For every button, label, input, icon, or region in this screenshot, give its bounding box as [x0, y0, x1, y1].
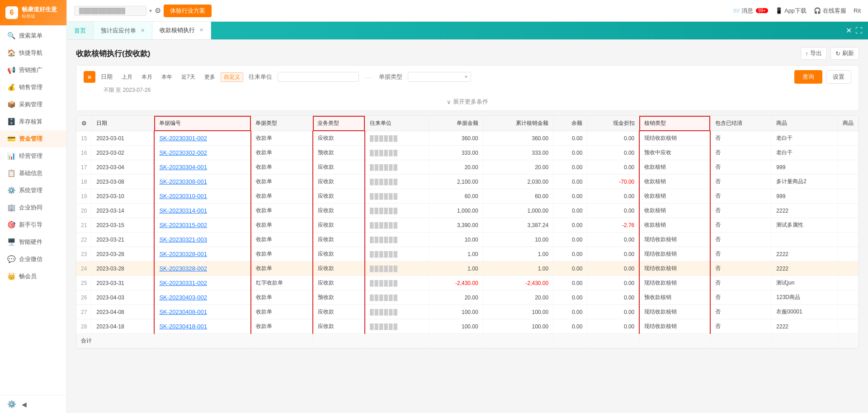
docno-link[interactable]: SK-20230308-001 — [159, 178, 207, 185]
cell-balance: 0.00 — [553, 305, 587, 319]
tab-pending-close[interactable]: ✕ — [141, 28, 145, 33]
cell-biztype: 应收款 — [313, 189, 365, 204]
col-settings-icon: ⚙ — [81, 120, 87, 127]
docno-link[interactable]: SK-20230314-001 — [159, 207, 207, 214]
message-btn[interactable]: 📨 消息 99+ — [732, 7, 768, 15]
docno-link[interactable]: SK-20230302-002 — [159, 149, 207, 156]
sidebar-item-marketing[interactable]: 📢 营销推广 — [0, 62, 66, 79]
tab-collection-close[interactable]: ✕ — [199, 27, 203, 33]
date-btn-custom[interactable]: 自定义 — [221, 72, 243, 82]
th-docno: 单据编号 — [154, 116, 250, 131]
cell-verifytype: 现结收款核销 — [639, 305, 710, 319]
online-service-label: 在线客服 — [823, 7, 846, 15]
sidebar-item-nav[interactable]: 🏠 快捷导航 — [0, 44, 66, 62]
cell-cashdisc: 0.00 — [587, 261, 639, 276]
sidebar-item-finance-label: 资金管理 — [19, 135, 42, 143]
sidebar-item-wechat[interactable]: 💬 企业微信 — [0, 251, 66, 268]
table-row[interactable]: 19 2023-03-10 SK-20230310-001 收款单 应收款 ██… — [76, 189, 859, 204]
cell-num: 25 — [76, 276, 92, 290]
cell-amount: 20.00 — [429, 290, 483, 305]
app-download-btn[interactable]: 📱 App下载 — [775, 7, 807, 15]
query-button[interactable]: 查询 — [794, 70, 822, 84]
footer-partner — [365, 334, 429, 348]
date-btn-7days[interactable]: 近7天 — [178, 72, 199, 82]
table-row[interactable]: 25 2023-03-31 SK-20230331-002 红字收款单 应收款 … — [76, 276, 859, 290]
table-row[interactable]: 18 2023-03-08 SK-20230308-001 收款单 应收款 ██… — [76, 175, 859, 189]
table-row[interactable]: 15 2023-03-01 SK-20230301-002 收款单 应收款 ██… — [76, 131, 859, 146]
sidebar-item-system[interactable]: ⚙️ 系统管理 — [0, 182, 66, 199]
expand-more-btn[interactable]: ∨ 展开更多条件 — [84, 98, 851, 106]
cell-verifytype: 收款核销 — [639, 204, 710, 218]
solution-button[interactable]: 体验行业方案 — [164, 5, 212, 17]
sidebar-item-sales[interactable]: 💰 销售管理 — [0, 79, 66, 96]
table-row[interactable]: 22 2023-03-21 SK-20230321-003 收款单 应收款 ██… — [76, 233, 859, 247]
docno-link[interactable]: SK-20230310-001 — [159, 193, 207, 199]
cell-docno: SK-20230408-001 — [154, 305, 250, 319]
tab-home[interactable]: 首页 — [67, 22, 94, 39]
sidebar-item-wechat-label: 企业微信 — [19, 255, 42, 263]
cell-cumulative: 1.00 — [483, 247, 553, 261]
docno-link[interactable]: SK-20230315-002 — [159, 222, 207, 228]
docno-link[interactable]: SK-20230408-001 — [159, 309, 207, 315]
docno-link[interactable]: SK-20230304-001 — [159, 164, 207, 171]
cell-num: 22 — [76, 233, 92, 247]
filter-toggle-btn[interactable]: » — [84, 71, 95, 83]
table-row[interactable]: 27 2023-04-08 SK-20230408-001 收款单 应收款 ██… — [76, 305, 859, 319]
table-row[interactable]: 23 2023-03-28 SK-20230328-001 收款单 应收款 ██… — [76, 247, 859, 261]
sidebar-item-purchase[interactable]: 📦 采购管理 — [0, 96, 66, 113]
date-btn-this-month[interactable]: 本月 — [138, 72, 156, 82]
date-btn-more[interactable]: 更多 — [201, 72, 219, 82]
tab-close-all-icon[interactable]: ✕ — [846, 26, 852, 35]
cell-settled: 否 — [710, 319, 771, 334]
topbar-gear-icon[interactable]: ⚙ — [155, 6, 161, 15]
docno-link[interactable]: SK-20230328-001 — [159, 251, 207, 257]
th-settings[interactable]: ⚙ — [76, 116, 92, 131]
refresh-button[interactable]: ↻ 刷新 — [830, 47, 859, 60]
tabbar-actions: ✕ ⛶ — [840, 22, 868, 39]
sidebar-item-corp[interactable]: 🏢 企业协同 — [0, 199, 66, 216]
table-row[interactable]: 20 2023-03-14 SK-20230314-001 收款单 应收款 ██… — [76, 204, 859, 218]
table-row[interactable]: 26 2023-04-03 SK-20230403-002 收款单 预收款 ██… — [76, 290, 859, 305]
docno-link[interactable]: SK-20230403-002 — [159, 294, 207, 301]
table-row[interactable]: 28 2023-04-18 SK-20230418-001 收款单 应收款 ██… — [76, 319, 859, 334]
sidebar-item-member[interactable]: 👑 畅会员 — [0, 268, 66, 285]
cell-num: 23 — [76, 247, 92, 261]
table-row[interactable]: 24 2023-03-28 SK-20230328-002 收款单 应收款 ██… — [76, 261, 859, 276]
table-row[interactable]: 16 2023-03-02 SK-20230302-002 收款单 预收款 ██… — [76, 146, 859, 160]
sidebar-item-guide[interactable]: 🎯 新手引导 — [0, 216, 66, 233]
cell-partner: ██████ — [365, 290, 429, 305]
user-info[interactable]: Rit — [854, 7, 861, 14]
sidebar-item-corp-label: 企业协同 — [19, 204, 42, 212]
date-btn-this-year[interactable]: 本年 — [158, 72, 176, 82]
tab-expand-icon[interactable]: ⛶ — [855, 27, 863, 35]
date-btn-last-month[interactable]: 上月 — [118, 72, 136, 82]
sidebar-item-finance[interactable]: 💳 资金管理 — [0, 130, 66, 147]
sidebar-item-operation[interactable]: 📊 经营管理 — [0, 147, 66, 165]
partner-input[interactable] — [278, 72, 359, 82]
docno-link[interactable]: SK-20230331-002 — [159, 280, 207, 286]
cell-partner: ██████ — [365, 204, 429, 218]
cell-balance: 0.00 — [553, 247, 587, 261]
sidebar-item-inventory[interactable]: 🗄️ 库存核算 — [0, 113, 66, 130]
sidebar-item-hardware[interactable]: 🖥️ 智能硬件 — [0, 233, 66, 251]
cell-settled: 否 — [710, 218, 771, 233]
export-button[interactable]: ↑ 导出 — [801, 47, 827, 60]
online-service-btn[interactable]: 🎧 在线客服 — [814, 7, 846, 15]
table-row[interactable]: 21 2023-03-15 SK-20230315-002 收款单 应收款 ██… — [76, 218, 859, 233]
docno-link[interactable]: SK-20230328-002 — [159, 265, 207, 272]
topbar-search-box[interactable]: ████████████ — [74, 6, 146, 16]
doctype-select[interactable] — [408, 72, 471, 82]
cell-amount: 1.00 — [429, 261, 483, 276]
sidebar-item-search[interactable]: 🔍 搜索菜单 — [0, 27, 66, 44]
sidebar-collapse-icon[interactable]: ◀ — [22, 401, 27, 408]
cell-doctype: 收款单 — [251, 319, 313, 334]
sidebar-settings-icon[interactable]: ⚙️ — [7, 400, 16, 408]
filter-settings-button[interactable]: 设置 — [826, 70, 851, 84]
docno-link[interactable]: SK-20230418-001 — [159, 323, 207, 330]
sidebar-item-basic[interactable]: 📋 基础信息 — [0, 165, 66, 182]
tab-pending[interactable]: 预计应应付单 ✕ — [94, 22, 152, 39]
table-row[interactable]: 17 2023-03-04 SK-20230304-001 收款单 应收款 ██… — [76, 160, 859, 175]
docno-link[interactable]: SK-20230301-002 — [159, 135, 207, 142]
docno-link[interactable]: SK-20230321-003 — [159, 236, 207, 243]
tab-collection[interactable]: 收款核销执行 ✕ — [152, 22, 211, 39]
